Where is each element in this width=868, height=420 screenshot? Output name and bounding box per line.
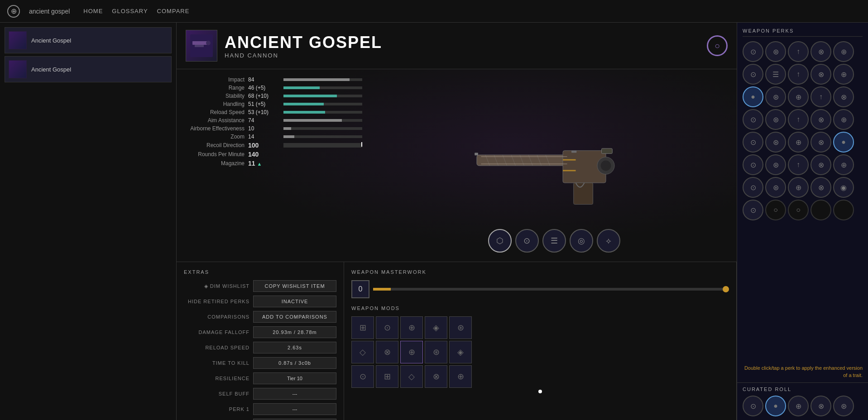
- mod-cell-9[interactable]: ⊛: [425, 341, 447, 363]
- perk-6-5[interactable]: ⊕: [833, 154, 854, 175]
- perk-2-4[interactable]: ⊗: [810, 64, 831, 85]
- perk-1-1[interactable]: ⊙: [743, 41, 763, 62]
- perk-1-3[interactable]: ↑: [788, 41, 809, 62]
- mod-cell-10[interactable]: ◈: [449, 341, 472, 363]
- mod-cell-2[interactable]: ⊙: [376, 316, 398, 339]
- perk-bottom-4[interactable]: ◎: [570, 229, 593, 253]
- search-text: ancient gospel: [29, 8, 70, 15]
- mod-cell-14[interactable]: ⊗: [425, 365, 447, 388]
- mod-cell-4[interactable]: ◈: [425, 316, 447, 339]
- perk-3-3[interactable]: ⊕: [788, 86, 809, 107]
- inactive-button[interactable]: INACTIVE: [253, 296, 336, 307]
- mod-cell-13[interactable]: ◇: [400, 365, 423, 388]
- nav-links: HOME GLOSSARY COMPARE: [83, 8, 189, 14]
- perk-bottom-1[interactable]: ⬡: [488, 229, 512, 253]
- perk-4-2[interactable]: ⊛: [765, 109, 786, 130]
- perk-4-5[interactable]: ⊕: [833, 109, 854, 130]
- mod-cell-11[interactable]: ⊙: [351, 365, 374, 388]
- perk-7-3[interactable]: ⊕: [788, 177, 809, 198]
- perk-4-3[interactable]: ↑: [788, 109, 809, 130]
- mod-cell-5[interactable]: ⊛: [449, 316, 472, 339]
- stat-row-rpm: Rounds Per Minute 140: [186, 151, 362, 158]
- resilience-select[interactable]: Tier 10: [253, 372, 336, 384]
- perk-3-2[interactable]: ⊛: [765, 86, 786, 107]
- content-area: ANCIENT GOSPEL HAND CANNON ○ Impact 84 R: [177, 23, 737, 420]
- perk-4-1[interactable]: ⊙: [743, 109, 763, 130]
- stat-row-magazine: Magazine 11 ▲: [186, 160, 362, 167]
- mod-cell-8[interactable]: ⊕: [400, 341, 423, 363]
- perk1-select[interactable]: ---: [253, 403, 336, 415]
- perk-5-4[interactable]: ⊗: [810, 132, 831, 153]
- mod-cell-15[interactable]: ⊕: [449, 365, 472, 388]
- perk-7-5[interactable]: ◉: [833, 177, 854, 198]
- perk-1-5[interactable]: ⊕: [833, 41, 854, 62]
- copy-wishlist-button[interactable]: COPY WISHLIST ITEM: [253, 280, 336, 292]
- perk-grid-4: ⊙ ⊛ ↑ ⊗ ⊕: [743, 109, 863, 130]
- perk-5-5[interactable]: ●: [833, 132, 854, 153]
- nav-glossary[interactable]: GLOSSARY: [112, 8, 148, 14]
- extras-panel: EXTRAS ◈ DIM WISHLIST COPY WISHLIST ITEM…: [177, 262, 344, 420]
- nav-home[interactable]: HOME: [83, 8, 103, 14]
- perk-1-2[interactable]: ⊛: [765, 41, 786, 62]
- self-buff-select[interactable]: ---: [253, 388, 336, 400]
- curated-perk-4[interactable]: ⊗: [810, 396, 831, 416]
- perk-4-4[interactable]: ⊗: [810, 109, 831, 130]
- perk-bottom-5[interactable]: ⟡: [597, 229, 620, 253]
- perk-2-5[interactable]: ⊕: [833, 64, 854, 85]
- perk-3-4[interactable]: ↑: [810, 86, 831, 107]
- extras-row-ttk: TIME TO KILL 0.87s / 3c0b: [184, 357, 336, 369]
- perk-2-3[interactable]: ↑: [788, 64, 809, 85]
- weapon-header: ANCIENT GOSPEL HAND CANNON ○: [177, 23, 737, 69]
- circle-mode-button[interactable]: ○: [707, 35, 728, 56]
- curated-perk-1[interactable]: ⊙: [743, 396, 763, 416]
- perk-5-2[interactable]: ⊛: [765, 132, 786, 153]
- sidebar-item-2[interactable]: Ancient Gospel: [5, 56, 172, 82]
- perk-6-2[interactable]: ⊛: [765, 154, 786, 175]
- perk-7-4[interactable]: ⊗: [810, 177, 831, 198]
- curated-section: CURATED ROLL ⊙ ● ⊕ ⊗ ⊛: [737, 382, 868, 420]
- curated-perk-3[interactable]: ⊕: [788, 396, 809, 416]
- sidebar-thumb-2: [9, 60, 27, 78]
- mod-cell-6[interactable]: ◇: [351, 341, 374, 363]
- perk-7-2[interactable]: ⊛: [765, 177, 786, 198]
- perk-3-1[interactable]: ●: [743, 86, 763, 107]
- masterwork-slider[interactable]: [373, 288, 729, 291]
- svg-point-16: [600, 160, 611, 171]
- mod-cell-3[interactable]: ⊕: [400, 316, 423, 339]
- perk-8-3[interactable]: ○: [788, 200, 809, 220]
- mod-cell-7[interactable]: ⊗: [376, 341, 398, 363]
- sidebar-item-name-1: Ancient Gospel: [31, 37, 71, 44]
- stats-panel: Impact 84 Range 46 (+5) Stability 68 (+1…: [177, 69, 371, 262]
- perk-5-3[interactable]: ⊕: [788, 132, 809, 153]
- perk-6-4[interactable]: ⊗: [810, 154, 831, 175]
- curated-perk-2[interactable]: ●: [765, 396, 786, 416]
- add-to-comparisons-button[interactable]: ADD TO COMPARISONS: [253, 311, 336, 323]
- perk-2-2[interactable]: ☰: [765, 64, 786, 85]
- perk-1-4[interactable]: ⊗: [810, 41, 831, 62]
- dot: [538, 390, 542, 393]
- perk-6-1[interactable]: ⊙: [743, 154, 763, 175]
- perk-8-2[interactable]: ○: [765, 200, 786, 220]
- logo-icon[interactable]: ⊕: [7, 5, 20, 18]
- perk-bottom-3[interactable]: ☰: [542, 229, 566, 253]
- sidebar-thumb-1: [9, 31, 27, 49]
- perk-2-1[interactable]: ⊙: [743, 64, 763, 85]
- perk-bottom-2[interactable]: ⊙: [515, 229, 539, 253]
- nav-compare[interactable]: COMPARE: [157, 8, 190, 14]
- perk-8-1[interactable]: ⊙: [743, 200, 763, 220]
- dot-indicator: [351, 388, 729, 395]
- svg-rect-17: [601, 148, 612, 153]
- perk-5-1[interactable]: ⊙: [743, 132, 763, 153]
- right-panel: WEAPON PERKS ⊙ ⊛ ↑ ⊗ ⊕ ⊙ ☰ ↑ ⊗ ⊕ ● ⊛ ⊕ ↑: [737, 23, 868, 420]
- masterwork-fill: [373, 288, 391, 291]
- sidebar-item[interactable]: Ancient Gospel: [5, 27, 172, 53]
- curated-perk-5[interactable]: ⊛: [833, 396, 854, 416]
- mod-cell-1[interactable]: ⊞: [351, 316, 374, 339]
- mod-cell-12[interactable]: ⊞: [376, 365, 398, 388]
- perk-7-1[interactable]: ⊙: [743, 177, 763, 198]
- perk-6-3[interactable]: ↑: [788, 154, 809, 175]
- hint-text: Double click/tap a perk to apply the enh…: [737, 361, 868, 382]
- sidebar-item-name-2: Ancient Gospel: [31, 66, 71, 73]
- svg-rect-18: [481, 156, 567, 157]
- perk-3-5[interactable]: ⊗: [833, 86, 854, 107]
